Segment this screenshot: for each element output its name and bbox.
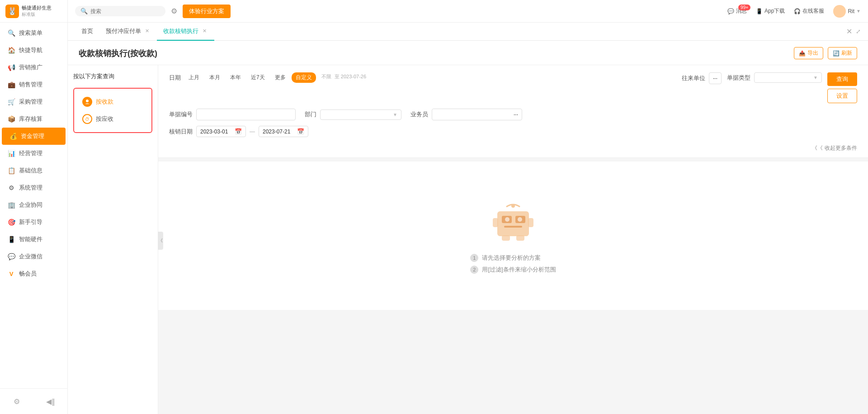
tab-verify-close[interactable]: ✕ bbox=[201, 28, 208, 34]
date-custom[interactable]: 自定义 bbox=[292, 72, 316, 83]
doctype-label: 单据类型 bbox=[727, 74, 750, 82]
sidebar-item-label: 经营管理 bbox=[19, 149, 42, 157]
calendar-icon-end[interactable]: 📅 bbox=[297, 128, 304, 135]
tab-verify[interactable]: 收款核销执行 ✕ bbox=[157, 23, 214, 41]
service-btn[interactable]: 🎧 在线客服 bbox=[794, 7, 824, 15]
tab-prepay-close[interactable]: ✕ bbox=[144, 28, 151, 34]
settings-bottom-btn[interactable]: ⚙ bbox=[9, 394, 24, 409]
date-this-month[interactable]: 本月 bbox=[205, 72, 224, 83]
collapse-more-label: 收起更多条件 bbox=[825, 144, 857, 152]
filter-row-1: 日期 上月 本月 本年 近7天 更多 自定义 bbox=[169, 72, 857, 103]
sidebar-item-purchase[interactable]: 🛒 采购管理 bbox=[0, 93, 67, 110]
date-filter-group: 日期 上月 本月 本年 近7天 更多 自定义 bbox=[169, 72, 316, 83]
app-download-btn[interactable]: 📱 App下载 bbox=[756, 7, 785, 15]
app-logo: 🐰 畅捷通好生意 标准版 bbox=[0, 0, 67, 23]
search-input[interactable] bbox=[90, 8, 154, 14]
sidebar-item-label: 企业微信 bbox=[19, 252, 42, 261]
app-edition: 标准版 bbox=[22, 11, 52, 18]
sidebar-item-label: 系统管理 bbox=[19, 184, 42, 192]
svg-point-6 bbox=[518, 217, 522, 222]
query-mode-by-receipt[interactable]: 按收款 bbox=[78, 93, 148, 110]
sidebar-item-quick-nav[interactable]: 🏠 快捷导航 bbox=[0, 42, 67, 59]
sidebar-item-finance[interactable]: 💰 资金管理 bbox=[2, 128, 66, 145]
sidebar-item-enterprise[interactable]: 🏢 企业协同 bbox=[0, 196, 67, 214]
collapse-more-row: 《《 收起更多条件 bbox=[169, 141, 857, 154]
tab-prepay[interactable]: 预付冲应付单 ✕ bbox=[99, 23, 157, 41]
refresh-label: 刷新 bbox=[841, 49, 852, 57]
member-icon: V bbox=[7, 270, 15, 278]
date-7-days[interactable]: 近7天 bbox=[247, 72, 269, 83]
counterpart-group: 往来单位 ··· bbox=[682, 72, 722, 84]
refresh-btn[interactable]: 🔄 刷新 bbox=[828, 47, 857, 59]
sidebar-item-guide[interactable]: 🎯 新手引导 bbox=[0, 214, 67, 231]
sidebar-item-operations[interactable]: 📊 经营管理 bbox=[0, 145, 67, 162]
collapse-more-btn[interactable]: 《《 收起更多条件 bbox=[812, 143, 857, 154]
date-this-year[interactable]: 本年 bbox=[226, 72, 245, 83]
marketing-icon: 📢 bbox=[7, 63, 15, 71]
dept-label: 部门 bbox=[305, 110, 316, 119]
sidebar-item-hardware[interactable]: 📱 智能硬件 bbox=[0, 231, 67, 248]
basic-info-icon: 📋 bbox=[7, 167, 15, 175]
svg-rect-4 bbox=[504, 226, 522, 228]
enterprise-icon: 🏢 bbox=[7, 201, 15, 209]
industry-btn[interactable]: 体验行业方案 bbox=[183, 5, 231, 18]
sidebar-nav: 🔍 搜索菜单 🏠 快捷导航 📢 营销推广 💼 销售管理 🛒 采购管理 📦 库存核… bbox=[0, 23, 67, 388]
sidebar-item-label: 企业协同 bbox=[19, 201, 42, 209]
search-bar[interactable]: 🔍 bbox=[75, 6, 165, 16]
close-tab-btn[interactable]: ✕ bbox=[846, 27, 852, 36]
verify-date-start[interactable]: 2023-03-01 📅 bbox=[196, 126, 246, 137]
docno-input[interactable] bbox=[196, 109, 296, 120]
sidebar-item-sales[interactable]: 💼 销售管理 bbox=[0, 76, 67, 93]
counterpart-select[interactable]: ··· bbox=[709, 72, 722, 84]
export-btn[interactable]: 📤 导出 bbox=[794, 47, 823, 59]
service-icon: 🎧 bbox=[794, 8, 801, 14]
filter-section: 日期 上月 本月 本年 近7天 更多 自定义 bbox=[158, 65, 868, 158]
right-panel: 日期 上月 本月 本年 近7天 更多 自定义 bbox=[158, 65, 868, 414]
sidebar-item-inventory[interactable]: 📦 库存核算 bbox=[0, 110, 67, 128]
docno-group: 单据编号 bbox=[169, 109, 296, 120]
sidebar-item-label: 搜索菜单 bbox=[19, 29, 42, 37]
query-btn[interactable]: 查询 bbox=[827, 72, 857, 86]
verify-date-end[interactable]: 2023-07-21 📅 bbox=[259, 126, 308, 137]
sidebar-item-basic-info[interactable]: 📋 基础信息 bbox=[0, 162, 67, 179]
finance-icon: 💰 bbox=[9, 132, 17, 140]
doctype-group: 单据类型 ▼ bbox=[727, 72, 822, 83]
expand-tab-btn[interactable]: ⤢ bbox=[856, 28, 861, 35]
inventory-icon: 📦 bbox=[7, 115, 15, 123]
system-icon: ⚙ bbox=[7, 184, 15, 192]
sidebar-item-label: 采购管理 bbox=[19, 98, 42, 106]
query-mode-by-receivable[interactable]: ⏱ 按应收 bbox=[78, 110, 148, 128]
salesman-group: 业务员 ··· bbox=[410, 109, 522, 120]
tab-home[interactable]: 首页 bbox=[75, 23, 99, 41]
app-label: App下载 bbox=[764, 7, 785, 15]
sidebar-item-marketing[interactable]: 📢 营销推广 bbox=[0, 59, 67, 76]
date-last-month[interactable]: 上月 bbox=[184, 72, 203, 83]
receipt-mode-icon bbox=[82, 97, 92, 107]
refresh-icon: 🔄 bbox=[833, 50, 840, 57]
dept-group: 部门 ▼ bbox=[305, 109, 401, 120]
collapse-sidebar-btn[interactable]: ◀‖ bbox=[43, 394, 58, 409]
user-menu[interactable]: Rit ▼ bbox=[833, 5, 861, 18]
doctype-select[interactable]: ▼ bbox=[754, 72, 822, 83]
sidebar-item-label: 资金管理 bbox=[21, 132, 44, 140]
settings-btn[interactable]: 设置 bbox=[827, 89, 857, 103]
message-btn[interactable]: 💬 消息 99+ bbox=[727, 7, 747, 15]
salesman-select[interactable]: ··· bbox=[432, 109, 522, 120]
sidebar-item-member[interactable]: V 畅会员 bbox=[0, 265, 67, 282]
tab-verify-label: 收款核销执行 bbox=[163, 27, 198, 35]
collapse-more-icon: 《《 bbox=[812, 144, 823, 152]
export-icon: 📤 bbox=[799, 50, 806, 57]
date-more[interactable]: 更多 bbox=[271, 72, 290, 83]
collapse-left-panel-btn[interactable]: 《 bbox=[158, 232, 163, 250]
empty-tip-2: 2 用[过滤]条件来缩小分析范围 bbox=[470, 266, 556, 274]
sidebar-item-search-menu[interactable]: 🔍 搜索菜单 bbox=[0, 24, 67, 42]
sidebar-item-wechat[interactable]: 💬 企业微信 bbox=[0, 248, 67, 265]
dept-select[interactable]: ▼ bbox=[320, 109, 401, 120]
sidebar-item-system[interactable]: ⚙ 系统管理 bbox=[0, 179, 67, 196]
date-no-limit-text: 不限 至 2023-07-26 bbox=[321, 73, 676, 80]
receivable-mode-label: 按应收 bbox=[96, 115, 113, 123]
date-no-limit: 不限 至 2023-07-26 bbox=[321, 72, 676, 80]
calendar-icon-start[interactable]: 📅 bbox=[235, 128, 242, 135]
verify-date-end-value: 2023-07-21 bbox=[263, 128, 290, 135]
gear-icon[interactable]: ⚙ bbox=[171, 7, 177, 15]
